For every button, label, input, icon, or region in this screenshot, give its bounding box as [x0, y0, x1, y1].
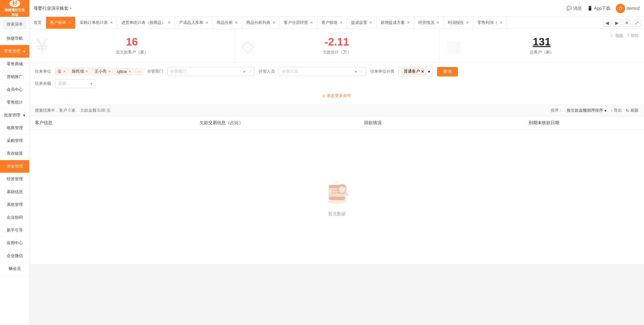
tab-customer-tier[interactable]: 客户分层经营 ✕: [280, 17, 317, 29]
sidebar-item-new-guide[interactable]: 新手引导: [0, 224, 29, 237]
table-col-customer-info: 客户信息: [35, 120, 200, 126]
export-button[interactable]: ↑ 导出: [610, 108, 622, 113]
tab-close-customer-tier[interactable]: ✕: [310, 21, 313, 25]
svg-line-8: [345, 192, 348, 195]
topbar-right: 💬 消息 📱 App下载 D demo2: [566, 4, 640, 13]
filter-row-1: 往来单位 伍 ✕ 陈民强 ✕ 王小亮 ✕: [35, 67, 639, 76]
sidebar-item-inventory[interactable]: 库存核算: [0, 147, 29, 160]
account-selector-arrow-icon: ▾: [70, 6, 72, 10]
refresh-button[interactable]: ↻ 刷新: [626, 108, 639, 113]
sidebar-item-nav[interactable]: 快捷导航: [0, 32, 29, 45]
total-customers-label: 总客户（家）: [530, 49, 554, 55]
tab-home[interactable]: 首页: [30, 17, 46, 29]
sidebar-item-zero-retail[interactable]: 零售管理 ▾: [0, 45, 29, 58]
tab-close-all-button[interactable]: ✕: [622, 19, 631, 27]
help-button[interactable]: ? 帮助: [627, 33, 639, 39]
tab-prev-button[interactable]: ◀: [603, 19, 611, 27]
tab-profit-report[interactable]: 利润报告 ✕: [444, 17, 473, 29]
tab-close-product-inbound[interactable]: ✕: [205, 21, 208, 25]
tag-close-cjttcw[interactable]: ✕: [128, 69, 131, 74]
tab-product-analysis[interactable]: 商品分析 ✕: [213, 17, 242, 29]
tab-customer-account[interactable]: 客户账本 ✕: [46, 17, 76, 29]
dept-select-dots: ···: [249, 70, 252, 74]
sidebar-item-marketing[interactable]: 营销推广: [0, 71, 29, 83]
tab-product-inbound[interactable]: 产成品入库单 ✕: [175, 17, 213, 29]
tab-maximize-button[interactable]: ⤢: [633, 19, 641, 27]
tab-close-product-analysis-list[interactable]: ✕: [272, 21, 275, 25]
overdue-amount-label: 欠款合计（万）: [323, 49, 351, 55]
stat-overdue-amount: ◇ -2.11 欠款合计（万）: [234, 29, 439, 62]
sidebar-item-retail-stat[interactable]: 零售统计: [0, 96, 29, 109]
sidebar-item-finance[interactable]: 资金管理: [0, 160, 29, 173]
filter-tag-cjttcw: cjttcw ✕: [115, 68, 134, 75]
svg-point-9: [335, 181, 338, 183]
result-info: 搜索结果中，客户 0 家 欠款金额 0.00 元: [35, 108, 111, 113]
sidebar-item-sys-mgmt[interactable]: 系统管理: [0, 198, 29, 211]
tab-close-purchase-order-stat[interactable]: ✕: [110, 21, 113, 25]
tab-next-button[interactable]: ▶: [613, 19, 621, 27]
user-menu[interactable]: D demo2: [616, 4, 640, 13]
tab-tips-setting[interactable]: 提成设置 ✕: [347, 17, 377, 29]
message-button[interactable]: 💬 消息: [566, 5, 582, 11]
filter-tag-more[interactable]: ···: [135, 68, 143, 75]
tab-inbound-stat[interactable]: 进货单统计表（按商品） ✕: [117, 17, 175, 29]
page-help-actions: ▷ 视频 ? 帮助: [610, 33, 639, 39]
query-button[interactable]: 查询: [437, 67, 458, 76]
collapse-button[interactable]: ∧ 收起更多条件: [35, 91, 639, 101]
total-customers-value: 131: [530, 36, 554, 48]
tab-close-add-tips-plan[interactable]: ✕: [407, 21, 410, 25]
tab-close-customer-contact[interactable]: ✕: [340, 21, 343, 25]
tab-close-retail-profit[interactable]: ✕: [500, 21, 503, 25]
tab-close-tips-setting[interactable]: ✕: [369, 21, 372, 25]
tab-close-operation-status[interactable]: ✕: [436, 21, 439, 25]
sidebar-item-batch-mgmt[interactable]: 批发管理 ▾: [0, 109, 29, 122]
sidebar-item-app-center[interactable]: 应用中心: [0, 237, 29, 250]
tab-retail-profit[interactable]: 零售利润（ ✕: [473, 17, 507, 29]
manager-placeholder: 分管人员: [282, 69, 298, 74]
sidebar-item-ecommerce[interactable]: 电商管理: [0, 122, 29, 135]
sidebar-item-corp-wechat[interactable]: 企业微信: [0, 250, 29, 262]
dept-label: 分管部门: [147, 69, 163, 74]
overdue-customers-bg-icon: ¥: [36, 34, 47, 57]
account-selector[interactable]: 母婴行业演示账套 ▾: [34, 5, 72, 11]
table-body: 暂无数据: [30, 130, 644, 264]
tab-close-customer-account[interactable]: ✕: [68, 21, 71, 25]
sidebar-item-zero-mall[interactable]: 零售商城: [0, 58, 29, 71]
sort-select[interactable]: 按欠款金额倒序排序 ▾: [567, 108, 606, 113]
tag-close-wangxiaoliang[interactable]: ✕: [108, 69, 111, 74]
sidebar-item-member[interactable]: 会员中心: [0, 83, 29, 96]
tab-close-profit-report[interactable]: ✕: [466, 21, 469, 25]
tab-purchase-order-stat[interactable]: 采购订单统计表 ✕: [76, 17, 117, 29]
sidebar-search-section: 搜索菜单: [0, 17, 29, 32]
manager-select[interactable]: 分管人员 ▾ ···: [279, 67, 366, 76]
balance-select[interactable]: 选择... ▾: [55, 79, 95, 88]
balance-arrow-icon: ▾: [90, 81, 92, 86]
result-actions: 排序： 按欠款金额倒序排序 ▾ ↑ 导出 ↻ 刷新: [551, 108, 639, 113]
tag-close-wu[interactable]: ✕: [63, 69, 66, 74]
app-download-button[interactable]: 📱 App下载: [587, 5, 610, 11]
sidebar-item-operation[interactable]: 经营管理: [0, 173, 29, 186]
result-count: 0: [68, 108, 71, 113]
unit-type-tag-close[interactable]: ✕: [421, 69, 424, 74]
tab-close-product-analysis[interactable]: ✕: [235, 21, 238, 25]
empty-state: 暂无数据: [320, 156, 354, 237]
tab-customer-contact[interactable]: 客户联络 ✕: [317, 17, 347, 29]
tab-operation-status[interactable]: 经营情况 ✕: [414, 17, 444, 29]
unit-type-select[interactable]: 普通客户 ✕ ▾: [398, 67, 433, 76]
stat-overdue-customers: ¥ 16 总欠款客户（家）: [30, 29, 234, 62]
sidebar-item-basic-info[interactable]: 基础信息: [0, 186, 29, 198]
search-menu-button[interactable]: 搜索菜单: [3, 20, 26, 29]
tab-close-inbound-stat[interactable]: ✕: [168, 21, 171, 25]
sidebar-item-corp-collab[interactable]: 企业协同: [0, 211, 29, 224]
overdue-customers-label: 总欠款客户（家）: [116, 49, 148, 55]
dept-select[interactable]: 分管部门 ▾ ···: [167, 67, 255, 76]
stat-overdue-amount-content: -2.11 欠款合计（万）: [323, 36, 351, 55]
video-help-button[interactable]: ▷ 视频: [610, 33, 623, 39]
filter-row-2: 往来余额 选择... ▾: [35, 79, 639, 88]
sidebar-item-super-member[interactable]: 畅会员: [0, 262, 29, 275]
tab-product-analysis-list[interactable]: 商品分析列表 ✕: [242, 17, 280, 29]
sidebar-item-purchase[interactable]: 采购管理: [0, 135, 29, 147]
tab-add-tips-plan[interactable]: 新增提成方案 ✕: [377, 17, 414, 29]
unit-type-label: 往来单位分类: [370, 69, 394, 74]
tag-close-chenminqiang[interactable]: ✕: [85, 69, 88, 74]
